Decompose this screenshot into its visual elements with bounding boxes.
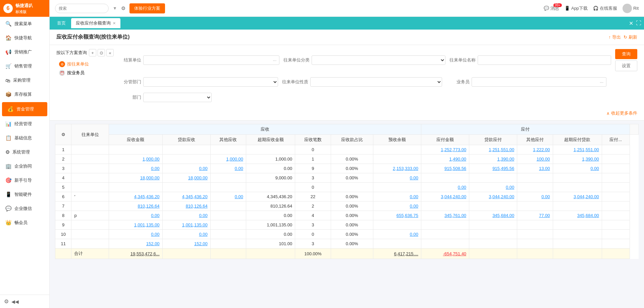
th-gear[interactable]: ⚙ <box>55 124 71 145</box>
cell-link[interactable]: 810,126.64 <box>138 204 160 209</box>
cell-link[interactable]: 18,000.00 <box>140 175 160 180</box>
cell-link[interactable]: 152.00 <box>146 241 160 246</box>
cell-link[interactable]: 152.00 <box>194 241 208 246</box>
tab-home[interactable]: 首页 <box>52 18 70 28</box>
cell-link[interactable]: 0.00 <box>410 232 418 237</box>
cell-link[interactable]: 0.00 <box>151 166 159 171</box>
cell-link[interactable]: 2,153,333.00 <box>393 166 418 171</box>
filter-settings-btn[interactable]: ⊙ <box>98 49 105 56</box>
filter-bm-select[interactable] <box>143 93 212 102</box>
cell-link[interactable]: 1,251,551.00 <box>489 147 514 152</box>
cell-link[interactable]: 0.00 <box>151 213 159 218</box>
filter-nav-salesman[interactable]: ⏰ 按业务员 <box>56 69 114 77</box>
cell-link[interactable]: 0.00 <box>458 185 466 190</box>
cell-link[interactable]: 915,508.56 <box>444 166 466 171</box>
filter-dwmc-input[interactable] <box>478 55 611 65</box>
cell-link[interactable]: 810,126.64 <box>186 204 208 209</box>
cell-link[interactable]: 0.00 <box>199 166 207 171</box>
cell-link[interactable]: 0.00 <box>199 213 207 218</box>
total-ap-amount[interactable]: -654,751.40 <box>421 249 469 259</box>
sidebar-item-purchase[interactable]: 🛍采购管理 <box>0 73 49 87</box>
sidebar-item-hardware[interactable]: 📱智能硬件 <box>0 187 49 202</box>
set-button[interactable]: 设置 <box>615 60 637 71</box>
sidebar-item-system[interactable]: ⚙系统管理 <box>0 145 49 159</box>
sidebar-item-basic[interactable]: 📋基础信息 <box>0 131 49 145</box>
cell-link[interactable]: 0.00 <box>591 166 599 171</box>
sidebar-item-operation[interactable]: 📊经营管理 <box>0 117 49 131</box>
cell-link[interactable]: 0.00 <box>199 232 207 237</box>
cell-link[interactable]: 1,252,773.00 <box>441 147 466 152</box>
cell-link[interactable]: 1,001,135.00 <box>134 222 160 227</box>
cell-link[interactable]: 1,001,135.00 <box>182 222 208 227</box>
user-item[interactable]: Rit <box>623 4 639 13</box>
cell-link[interactable]: 4,345,436.20 <box>182 194 208 199</box>
tab-ar-ap[interactable]: 应收应付余额查询 ✕ <box>71 18 120 28</box>
app-download-item[interactable]: 📱 App下载 <box>565 5 588 11</box>
collapse-icon[interactable]: ◀◀ <box>11 299 19 304</box>
cell-link[interactable]: 3,044,240.00 <box>489 194 514 199</box>
cell-link[interactable]: 3,044,240.00 <box>574 194 599 199</box>
cell-link[interactable]: 1,222.00 <box>533 147 550 152</box>
cell-link[interactable]: 0.00 <box>235 166 243 171</box>
maximize-button[interactable]: ⛶ <box>636 20 641 27</box>
cell-link[interactable]: 0.00 <box>410 194 418 199</box>
filter-ywy-input[interactable]: ··· <box>472 77 606 87</box>
total-ar-amount[interactable]: 19,553,472,6... <box>109 249 162 259</box>
tab-close-icon[interactable]: ✕ <box>113 21 116 26</box>
topbar-gear-icon[interactable]: ⚙ <box>121 5 125 11</box>
cell-link[interactable]: 0.00 <box>410 175 418 180</box>
cell-link[interactable]: 0.00 <box>151 232 159 237</box>
cell-link[interactable]: 4,345,436.20 <box>134 194 160 199</box>
sidebar-item-warehouse[interactable]: 📦库存核算 <box>0 87 49 101</box>
th-ap-group: 应付 <box>421 124 630 135</box>
query-button[interactable]: 查询 <box>615 49 637 59</box>
sidebar-item-sales[interactable]: 🛒销售管理 <box>0 59 49 73</box>
cell-link[interactable]: 1,000.00 <box>226 157 243 162</box>
dropdown-icon[interactable]: ▼ <box>113 6 117 11</box>
cell-link[interactable]: 1,390.00 <box>582 157 599 162</box>
sidebar-item-enterprise[interactable]: 🏢企业协同 <box>0 159 49 173</box>
cell-link[interactable]: 18,000.00 <box>188 175 208 180</box>
sidebar-item-finance[interactable]: 💰资金管理 <box>2 102 47 116</box>
cell-link[interactable]: 655,636.75 <box>396 213 418 218</box>
total-ar-prepay[interactable]: 6,417,215.... <box>373 249 421 259</box>
cell-link[interactable]: 1,390.00 <box>497 157 515 162</box>
cell-link[interactable]: 345,684.00 <box>577 213 599 218</box>
sidebar-item-wechat[interactable]: 💬企业微信 <box>0 202 49 216</box>
sidebar-item-guide[interactable]: 🎯新手引导 <box>0 173 49 187</box>
close-window-button[interactable]: ✕ <box>629 20 633 27</box>
filter-add-btn[interactable]: + <box>89 49 96 56</box>
collapse-btn[interactable]: ∧ 收起更多条件 <box>118 110 637 116</box>
cell-link[interactable]: 0.00 <box>235 194 243 199</box>
cell-link[interactable]: 345,761.00 <box>444 213 466 218</box>
filter-nav-partner[interactable]: ⚙ 按往来单位 <box>56 60 114 69</box>
cell-link[interactable]: 1,490.00 <box>449 157 467 162</box>
sidebar-item-quicknav[interactable]: 🏠快捷导航 <box>0 31 49 45</box>
cell-link[interactable]: 1,000.00 <box>143 157 160 162</box>
cell-link[interactable]: 0.00 <box>541 194 550 199</box>
search-input[interactable] <box>55 4 109 13</box>
filter-fgbm-select[interactable] <box>143 77 278 87</box>
filter-jsdw-input[interactable]: ··· <box>143 55 279 65</box>
cell-link[interactable]: 345,684.00 <box>492 213 514 218</box>
sidebar-item-search[interactable]: 🔍搜索菜单 <box>0 17 49 31</box>
refresh-button[interactable]: ↻ 刷新 <box>624 34 637 40</box>
filter-back-btn[interactable]: « <box>106 49 114 56</box>
export-button[interactable]: ↑ 导出 <box>609 34 621 40</box>
trial-button[interactable]: 体验行业方案 <box>129 3 165 13</box>
messages-item[interactable]: 💬 消息 99+ <box>544 5 559 11</box>
settings-icon[interactable]: ⚙ <box>4 298 9 305</box>
filter-dwxz-select[interactable] <box>310 77 442 87</box>
cell-link[interactable]: 77.00 <box>539 213 550 218</box>
cell-link[interactable]: 1,251,551.00 <box>574 147 599 152</box>
cell-link[interactable]: 13.00 <box>539 166 550 171</box>
sidebar-item-marketing[interactable]: 📢营销推广 <box>0 45 49 59</box>
cell-link[interactable]: 0.00 <box>410 204 418 209</box>
cell-link[interactable]: 3,044,240.00 <box>441 194 466 199</box>
sidebar-item-member[interactable]: 👑畅会员 <box>0 216 49 230</box>
filter-dwfl-select[interactable] <box>312 55 445 65</box>
service-item[interactable]: 🎧 在线客服 <box>593 5 617 11</box>
cell-link[interactable]: 100.00 <box>537 157 550 162</box>
cell-link[interactable]: 0.00 <box>506 185 514 190</box>
cell-link[interactable]: 915,495.56 <box>492 166 514 171</box>
